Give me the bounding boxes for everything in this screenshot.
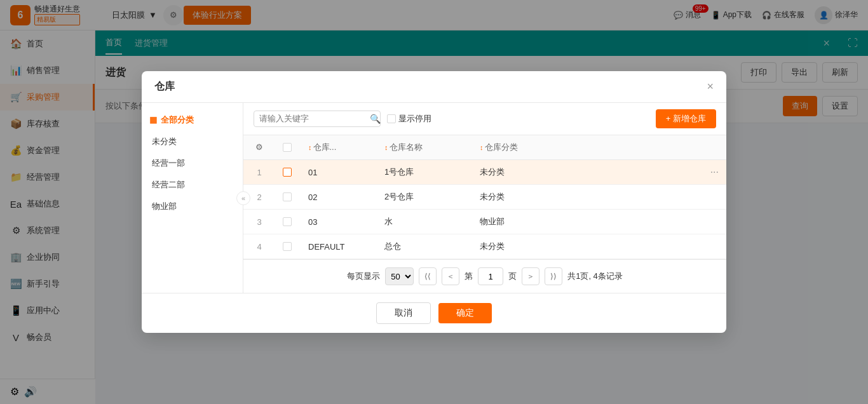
- row-number: 4: [243, 234, 275, 259]
- category-list: 未分类经营一部经营二部物业部: [142, 131, 243, 217]
- row-checkbox[interactable]: [283, 168, 292, 177]
- col-checkbox: [275, 135, 301, 160]
- warehouse-name: 水: [377, 210, 472, 234]
- col-gear-icon: ⚙: [255, 142, 263, 152]
- first-page-button[interactable]: ⟨⟨: [419, 267, 437, 285]
- prev-page-button[interactable]: ＜: [442, 267, 459, 285]
- search-input[interactable]: [259, 114, 366, 123]
- page-summary: 共1页, 4条记录: [567, 271, 623, 282]
- row-number: 1: [243, 159, 275, 185]
- modal-overlay: 仓库 × ▦ 全部分类 未分类经营一部经营二部物业部 «: [0, 0, 868, 404]
- category-item[interactable]: 经营二部: [142, 174, 243, 196]
- pagination: 每页显示 50 ⟨⟨ ＜ 第 页 ＞ ⟩⟩ 共1页, 4条记录: [243, 259, 726, 293]
- warehouse-category: 未分类: [472, 185, 726, 210]
- show-disabled-checkbox[interactable]: [387, 114, 396, 123]
- col-name[interactable]: ↕仓库名称: [377, 135, 472, 160]
- last-page-button[interactable]: ⟩⟩: [545, 267, 562, 285]
- row-action-button[interactable]: ···: [710, 166, 719, 178]
- table-row[interactable]: 2 02 2号仓库 未分类: [243, 185, 726, 210]
- page-unit: 页: [508, 271, 517, 282]
- category-item[interactable]: 经营一部: [142, 152, 243, 174]
- show-disabled-toggle[interactable]: 显示停用: [387, 113, 431, 125]
- col-code[interactable]: ↕仓库...: [301, 135, 377, 160]
- search-box: 🔍: [254, 111, 381, 127]
- category-all[interactable]: ▦ 全部分类: [142, 109, 243, 131]
- modal-close-button[interactable]: ×: [707, 81, 714, 92]
- warehouse-code: 03: [301, 210, 377, 234]
- collapse-category-button[interactable]: «: [236, 191, 250, 205]
- modal-title: 仓库: [154, 80, 175, 93]
- modal-body: ▦ 全部分类 未分类经营一部经营二部物业部 « 🔍: [142, 103, 726, 293]
- warehouse-category: 未分类: [472, 234, 726, 259]
- page-input[interactable]: [478, 267, 503, 285]
- table-toolbar: 🔍 显示停用 + 新增仓库: [243, 103, 726, 135]
- warehouse-modal: 仓库 × ▦ 全部分类 未分类经营一部经营二部物业部 «: [142, 71, 726, 333]
- warehouse-table: ⚙ ↕仓库... ↕仓库名称 ↕仓库分类 1: [243, 135, 726, 260]
- modal-header: 仓库 ×: [142, 71, 726, 103]
- row-checkbox[interactable]: [283, 217, 292, 226]
- show-disabled-label: 显示停用: [398, 113, 431, 125]
- table-row[interactable]: 3 03 水 物业部: [243, 210, 726, 234]
- table-body: 1 01 1号仓库 未分类 ··· 2 02 2号仓库 未分类 3 03 水 物…: [243, 159, 726, 259]
- row-checkbox[interactable]: [283, 192, 292, 201]
- warehouse-category: 未分类 ···: [472, 160, 726, 185]
- category-item[interactable]: 未分类: [142, 131, 243, 152]
- warehouse-code: DEFAULT: [301, 234, 377, 259]
- table-area: 🔍 显示停用 + 新增仓库 ⚙: [243, 103, 726, 293]
- warehouse-code: 01: [301, 159, 377, 185]
- row-checkbox[interactable]: [283, 242, 292, 251]
- category-all-label: 全部分类: [161, 114, 194, 126]
- table-row[interactable]: 1 01 1号仓库 未分类 ···: [243, 159, 726, 185]
- col-settings: ⚙: [243, 135, 275, 160]
- cancel-button[interactable]: 取消: [376, 302, 431, 324]
- col-category[interactable]: ↕仓库分类: [472, 135, 726, 160]
- per-page-select[interactable]: 50: [385, 267, 414, 285]
- confirm-button[interactable]: 确定: [438, 303, 492, 323]
- warehouse-name: 总仓: [377, 234, 472, 259]
- search-icon: 🔍: [370, 114, 381, 124]
- row-number: 3: [243, 210, 275, 234]
- table-header-row: ⚙ ↕仓库... ↕仓库名称 ↕仓库分类: [243, 135, 726, 160]
- add-warehouse-button[interactable]: + 新增仓库: [656, 109, 716, 128]
- category-sidebar: ▦ 全部分类 未分类经营一部经营二部物业部 «: [142, 103, 243, 293]
- per-page-label: 每页显示: [347, 271, 380, 282]
- category-item[interactable]: 物业部: [142, 196, 243, 217]
- warehouse-name: 2号仓库: [377, 185, 472, 210]
- table-row[interactable]: 4 DEFAULT 总仓 未分类: [243, 234, 726, 259]
- warehouse-name: 1号仓库: [377, 159, 472, 185]
- page-label: 第: [465, 271, 473, 282]
- select-all-checkbox[interactable]: [283, 143, 292, 152]
- warehouse-code: 02: [301, 185, 377, 210]
- warehouse-category: 物业部: [472, 210, 726, 234]
- next-page-button[interactable]: ＞: [522, 267, 539, 285]
- modal-footer: 取消 确定: [142, 293, 726, 333]
- grid-icon: ▦: [149, 115, 157, 125]
